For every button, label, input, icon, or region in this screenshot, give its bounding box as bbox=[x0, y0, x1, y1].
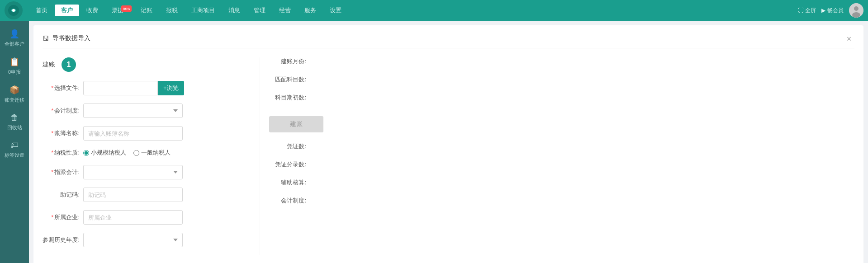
nav-bookkeeping[interactable]: 记账 bbox=[134, 5, 159, 16]
tags-icon: 🏷 bbox=[10, 141, 19, 150]
aux-accounting-label: 辅助核算: bbox=[269, 178, 310, 187]
subject-init-label: 科目期初数: bbox=[269, 94, 310, 102]
build-button-container: 建账 bbox=[269, 112, 854, 132]
company-row: *所属企业: bbox=[43, 210, 232, 225]
tax-type-radio-group: 小规模纳税人 一般纳税人 bbox=[83, 149, 171, 157]
sidebar: 👤 全部客户 📋 0申报 📦 账套迁移 🗑 回收站 🏷 标签设置 bbox=[0, 21, 29, 263]
nav-customer[interactable]: 客户 bbox=[55, 5, 79, 16]
memo-code-label: 助记码: bbox=[43, 191, 83, 199]
build-month-row: 建账月份: bbox=[269, 57, 854, 66]
vip-button[interactable]: ▶ 畅会员 bbox=[821, 7, 844, 14]
right-accounting-system-row: 会计制度: bbox=[269, 197, 854, 205]
file-path-input[interactable] bbox=[83, 81, 158, 95]
file-input-group: +浏览 bbox=[83, 81, 184, 95]
company-input[interactable] bbox=[83, 210, 183, 225]
tax-type-general[interactable]: 一般纳税人 bbox=[133, 149, 171, 157]
tax-type-label: *纳税性质: bbox=[43, 149, 83, 157]
accountant-row: *指派会计: bbox=[43, 165, 232, 179]
tax-type-row: *纳税性质: 小规模纳税人 一般纳税人 bbox=[43, 149, 232, 157]
import-icon: 🖫 bbox=[43, 35, 49, 42]
svg-point-4 bbox=[852, 12, 860, 18]
nav-manage[interactable]: 管理 bbox=[247, 5, 272, 16]
nav-fees[interactable]: 收费 bbox=[80, 5, 104, 16]
ledger-name-label: *账簿名称: bbox=[43, 129, 83, 137]
tax-type-small[interactable]: 小规模纳税人 bbox=[83, 149, 126, 157]
nav-business[interactable]: 工商项目 bbox=[185, 5, 221, 16]
memo-code-input[interactable] bbox=[83, 188, 183, 202]
main-layout: 👤 全部客户 📋 0申报 📦 账套迁移 🗑 回收站 🏷 标签设置 🖫 导爷数据导… bbox=[0, 21, 868, 263]
form-container: 建账 1 *选择文件: +浏览 bbox=[43, 57, 854, 255]
nav-tax[interactable]: 报税 bbox=[160, 5, 184, 16]
match-subjects-label: 匹配科目数: bbox=[269, 75, 310, 84]
voucher-entries-row: 凭证分录数: bbox=[269, 160, 854, 169]
main-content: 🖫 导爷数据导入 × 建账 1 *选择文件: bbox=[29, 21, 868, 263]
ledger-name-row: *账簿名称: bbox=[43, 126, 232, 141]
nav-right-area: ⛶ 全屏 ▶ 畅会员 bbox=[798, 3, 863, 18]
form-left: 建账 1 *选择文件: +浏览 bbox=[43, 57, 260, 255]
tax-type-small-radio[interactable] bbox=[83, 150, 89, 156]
svg-point-3 bbox=[854, 6, 859, 11]
file-select-label: *选择文件: bbox=[43, 84, 83, 92]
build-month-label: 建账月份: bbox=[269, 57, 310, 66]
accountant-label: *指派会计: bbox=[43, 168, 83, 176]
history-year-row: 参照历史年度: bbox=[43, 233, 232, 247]
nav-home[interactable]: 首页 bbox=[29, 5, 54, 16]
file-select-row: *选择文件: +浏览 bbox=[43, 81, 232, 95]
step-label: 建账 bbox=[43, 61, 55, 69]
voucher-count-row: 凭证数: bbox=[269, 142, 854, 150]
history-year-label: 参照历史年度: bbox=[43, 236, 83, 244]
right-accounting-system-label: 会计制度: bbox=[269, 197, 310, 205]
nav-service[interactable]: 服务 bbox=[298, 5, 323, 16]
top-navigation: 首页 客户 收费 票据 new 记账 报税 工商项目 消息 管理 经营 服务 设… bbox=[0, 0, 868, 21]
nav-menu: 首页 客户 收费 票据 new 记账 报税 工商项目 消息 管理 经营 服务 设… bbox=[29, 5, 798, 16]
accountant-select[interactable] bbox=[83, 165, 183, 179]
match-subjects-row: 匹配科目数: bbox=[269, 75, 854, 84]
panel-header: 🖫 导爷数据导入 bbox=[43, 34, 854, 48]
step-indicator: 建账 1 bbox=[43, 57, 76, 72]
nav-operation[interactable]: 经营 bbox=[273, 5, 297, 16]
sidebar-item-all-customers[interactable]: 👤 全部客户 bbox=[2, 25, 27, 51]
all-customers-icon: 👤 bbox=[9, 29, 19, 39]
subject-init-row: 科目期初数: bbox=[269, 94, 854, 102]
new-badge: new bbox=[121, 5, 132, 12]
sidebar-item-zero-declare[interactable]: 📋 0申报 bbox=[2, 53, 27, 79]
ledger-name-input[interactable] bbox=[83, 126, 183, 141]
voucher-count-label: 凭证数: bbox=[269, 142, 310, 150]
zero-declare-icon: 📋 bbox=[9, 57, 19, 67]
step-circle: 1 bbox=[62, 57, 76, 72]
browse-button[interactable]: +浏览 bbox=[158, 81, 184, 95]
sidebar-item-tags[interactable]: 🏷 标签设置 bbox=[2, 137, 27, 162]
sidebar-item-migrate[interactable]: 📦 账套迁移 bbox=[2, 81, 27, 107]
fullscreen-icon: ⛶ bbox=[798, 7, 803, 14]
app-logo[interactable] bbox=[5, 1, 23, 19]
form-right: 建账月份: 匹配科目数: 科目期初数: 建账 bbox=[260, 57, 854, 255]
accounting-system-label: *会计制度: bbox=[43, 107, 83, 115]
migrate-icon: 📦 bbox=[9, 85, 19, 95]
fullscreen-button[interactable]: ⛶ 全屏 bbox=[798, 7, 816, 14]
vip-icon: ▶ bbox=[821, 7, 825, 14]
aux-accounting-row: 辅助核算: bbox=[269, 178, 854, 187]
voucher-entries-label: 凭证分录数: bbox=[269, 160, 310, 169]
build-button[interactable]: 建账 bbox=[269, 116, 323, 132]
history-year-select[interactable] bbox=[83, 233, 183, 247]
recycle-icon: 🗑 bbox=[10, 113, 19, 122]
close-button[interactable]: × bbox=[844, 33, 854, 44]
nav-message[interactable]: 消息 bbox=[222, 5, 247, 16]
memo-code-row: 助记码: bbox=[43, 188, 232, 202]
user-avatar[interactable] bbox=[849, 3, 863, 18]
nav-tickets[interactable]: 票据 new bbox=[105, 5, 133, 16]
tax-type-general-radio[interactable] bbox=[133, 150, 139, 156]
accounting-system-select[interactable] bbox=[83, 103, 183, 118]
content-panel: 🖫 导爷数据导入 × 建账 1 *选择文件: bbox=[33, 25, 863, 263]
nav-settings[interactable]: 设置 bbox=[323, 5, 348, 16]
sidebar-item-recycle[interactable]: 🗑 回收站 bbox=[2, 109, 27, 135]
panel-title: 导爷数据导入 bbox=[52, 34, 90, 42]
svg-point-1 bbox=[12, 9, 15, 12]
company-label: *所属企业: bbox=[43, 213, 83, 221]
accounting-system-row: *会计制度: bbox=[43, 103, 232, 118]
